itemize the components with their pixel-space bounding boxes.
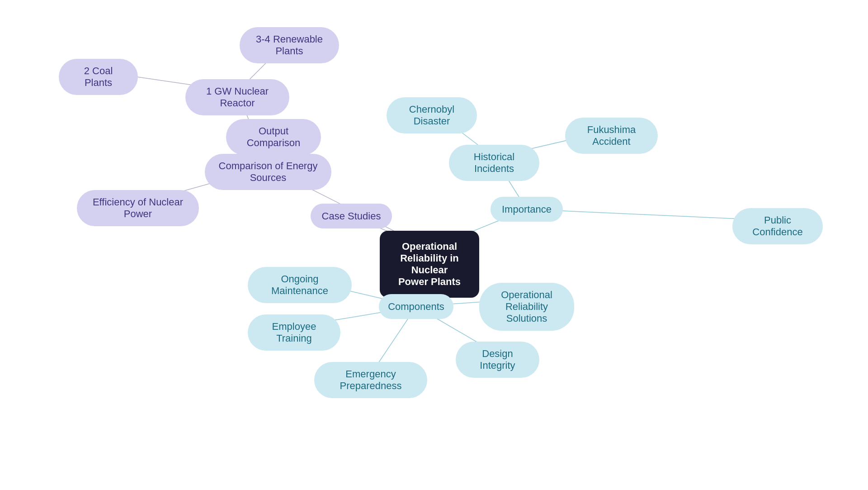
node-renewable: 3-4 Renewable Plants [240, 27, 339, 63]
node-components: Components [379, 294, 453, 319]
node-emergency_preparedness: Emergency Preparedness [314, 362, 427, 398]
node-casestudies: Case Studies [311, 204, 392, 228]
node-importance: Importance [491, 197, 563, 222]
node-employee_training: Employee Training [248, 314, 340, 351]
node-ongoing_maintenance: Ongoing Maintenance [248, 267, 352, 303]
node-central: Operational Reliability in Nuclear Power… [380, 231, 479, 298]
node-efficiency: Efficiency of Nuclear Power [77, 190, 199, 226]
node-nuclear_reactor: 1 GW Nuclear Reactor [185, 79, 289, 115]
node-output_comparison: Output Comparison [226, 119, 321, 155]
node-chernobyl: Chernobyl Disaster [387, 97, 477, 133]
node-design_integrity: Design Integrity [456, 342, 539, 378]
node-fukushima: Fukushima Accident [565, 118, 658, 154]
node-public_confidence: Public Confidence [732, 208, 823, 244]
node-op_reliability_solutions: Operational Reliability Solutions [479, 283, 574, 331]
node-comparison: Comparison of Energy Sources [205, 154, 331, 190]
node-coal: 2 Coal Plants [59, 59, 138, 95]
node-historical: Historical Incidents [449, 145, 539, 181]
mindmap-container: Operational Reliability in Nuclear Power… [0, 0, 868, 490]
